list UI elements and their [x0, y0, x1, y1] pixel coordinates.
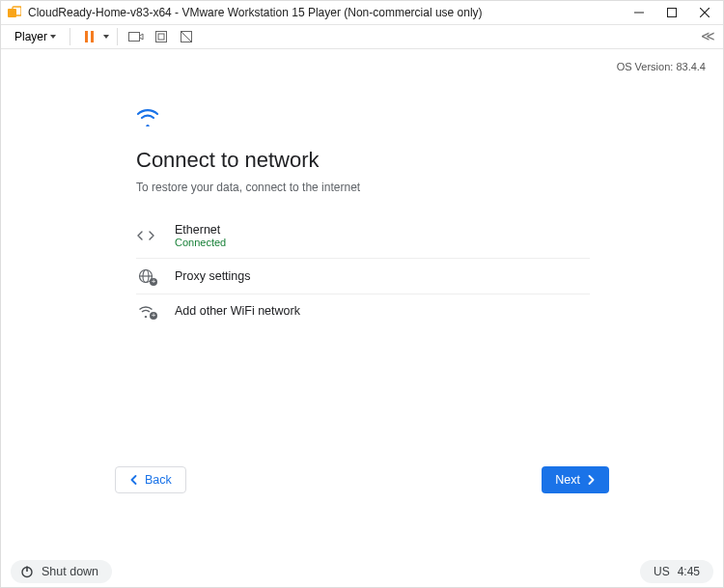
globe-icon: +	[136, 268, 155, 284]
page-subtitle: To restore your data, connect to the int…	[136, 181, 590, 194]
vmware-logo-icon	[7, 5, 22, 20]
send-ctrl-alt-del-button[interactable]	[125, 26, 147, 47]
wifi-header-icon	[136, 107, 590, 130]
keyboard-indicator: US	[654, 565, 670, 578]
back-button[interactable]: Back	[115, 466, 186, 493]
page-title: Connect to network	[136, 148, 590, 173]
svg-rect-7	[156, 32, 167, 42]
player-menu-label: Player	[14, 30, 47, 43]
toolbar-separator	[70, 28, 70, 45]
window-title: CloudReady-Home-v83-x64 - VMware Worksta…	[28, 6, 483, 19]
setup-content: Connect to network To restore your data,…	[136, 107, 590, 327]
pause-icon	[85, 31, 94, 42]
unity-button[interactable]	[176, 26, 197, 47]
caret-down-icon	[50, 35, 56, 39]
network-item-proxy[interactable]: + Proxy settings	[136, 259, 590, 294]
clock: 4:45	[678, 565, 700, 578]
svg-rect-8	[158, 34, 164, 40]
ethernet-status: Connected	[175, 237, 226, 248]
fullscreen-button[interactable]	[151, 26, 172, 47]
toolbar-separator	[117, 28, 118, 45]
chevron-right-icon	[586, 475, 596, 485]
pause-vm-button[interactable]	[78, 26, 99, 47]
guest-os-screen: OS Version: 83.4.4 Connect to network To…	[1, 49, 723, 587]
plus-badge-icon: +	[150, 312, 157, 320]
os-version-label: OS Version: 83.4.4	[617, 61, 706, 72]
nav-buttons: Back Next	[115, 466, 609, 493]
network-list: Ethernet Connected + Proxy settings +	[136, 213, 590, 327]
shelf: Shut down US 4:45	[1, 556, 723, 587]
network-item-add-wifi[interactable]: + Add other WiFi network	[136, 294, 590, 327]
ethernet-label: Ethernet	[175, 223, 226, 237]
chevron-left-icon	[129, 475, 139, 485]
power-icon	[20, 565, 34, 578]
power-dropdown-icon[interactable]	[103, 35, 109, 39]
next-label: Next	[555, 473, 580, 487]
add-wifi-label: Add other WiFi network	[175, 304, 300, 318]
close-button[interactable]	[688, 2, 721, 23]
svg-line-10	[181, 32, 191, 42]
pin-toolbar-icon[interactable]: ≪	[690, 28, 715, 45]
next-button[interactable]: Next	[542, 466, 609, 493]
maximize-button[interactable]	[655, 2, 688, 23]
ethernet-icon	[136, 230, 155, 241]
plus-badge-icon: +	[150, 278, 157, 286]
svg-rect-3	[668, 9, 677, 17]
shutdown-button[interactable]: Shut down	[11, 560, 112, 583]
svg-rect-6	[129, 33, 140, 42]
network-item-ethernet[interactable]: Ethernet Connected	[136, 213, 590, 259]
player-menu[interactable]: Player	[9, 28, 62, 45]
minimize-button[interactable]	[623, 2, 655, 23]
back-label: Back	[145, 473, 172, 487]
vmware-toolbar: Player ≪	[1, 24, 723, 49]
wifi-add-icon: +	[136, 305, 155, 318]
vmware-titlebar: CloudReady-Home-v83-x64 - VMware Worksta…	[1, 1, 723, 24]
system-tray[interactable]: US 4:45	[640, 560, 713, 583]
proxy-label: Proxy settings	[175, 269, 251, 283]
shutdown-label: Shut down	[42, 565, 98, 578]
